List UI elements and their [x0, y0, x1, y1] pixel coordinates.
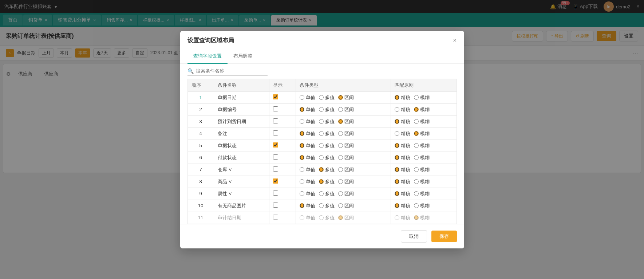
type-range-label[interactable]: 区间 — [338, 118, 354, 125]
match-exact-radio[interactable] — [395, 143, 399, 148]
match-exact-label[interactable]: 精确 — [395, 130, 410, 137]
match-exact-radio[interactable] — [395, 107, 399, 112]
table-row: 4 备注 单值 多值 区间 精确 — [187, 127, 457, 140]
display-checkbox[interactable] — [273, 106, 278, 111]
match-exact-radio[interactable] — [395, 119, 399, 124]
type-range-radio[interactable] — [338, 167, 343, 172]
type-single-radio[interactable] — [300, 155, 304, 160]
match-exact-radio[interactable] — [395, 167, 399, 172]
search-input[interactable] — [196, 68, 261, 74]
dialog-tab-fields[interactable]: 查询字段设置 — [187, 49, 228, 64]
match-exact-label[interactable]: 精确 — [395, 154, 410, 161]
th-order: 顺序 — [187, 79, 214, 91]
type-multi-label[interactable]: 多值 — [319, 130, 335, 137]
type-range-radio[interactable] — [338, 119, 343, 124]
type-range-radio[interactable] — [338, 95, 343, 100]
display-checkbox[interactable] — [273, 94, 278, 99]
type-range-label[interactable]: 区间 — [338, 166, 354, 173]
match-fuzzy-radio[interactable] — [414, 107, 419, 112]
match-fuzzy-radio[interactable] — [414, 95, 419, 100]
dialog-header: 设置查询区域布局 × — [180, 31, 464, 49]
type-single-radio[interactable] — [300, 107, 304, 112]
type-multi-label[interactable]: 多值 — [319, 166, 335, 173]
table-row: 8 商品 ∨ 单值 多值 区间 精确 — [187, 176, 457, 176]
row-name: 仓库 ∨ — [214, 164, 269, 176]
row-display[interactable] — [269, 164, 296, 176]
display-checkbox[interactable] — [273, 130, 278, 135]
match-exact-label[interactable]: 精确 — [395, 94, 410, 101]
type-single-label[interactable]: 单值 — [300, 154, 315, 161]
match-fuzzy-label[interactable]: 模糊 — [414, 94, 430, 101]
type-single-radio[interactable] — [300, 143, 304, 148]
dialog-tabs: 查询字段设置 布局调整 — [180, 49, 464, 64]
row-display[interactable] — [269, 140, 296, 152]
display-checkbox[interactable] — [273, 142, 278, 148]
match-fuzzy-radio[interactable] — [414, 119, 419, 124]
dialog-close-btn[interactable]: × — [453, 37, 457, 44]
row-display[interactable] — [269, 91, 296, 103]
type-single-radio[interactable] — [300, 119, 304, 124]
row-display[interactable] — [269, 152, 296, 164]
match-exact-label[interactable]: 精确 — [395, 106, 410, 113]
th-match: 匹配原则 — [391, 79, 457, 91]
match-exact-radio[interactable] — [395, 131, 399, 136]
match-exact-radio[interactable] — [395, 155, 399, 160]
type-single-label[interactable]: 单值 — [300, 118, 315, 125]
display-checkbox[interactable] — [273, 154, 278, 160]
type-range-label[interactable]: 区间 — [338, 142, 354, 149]
row-name: 单据编号 — [214, 103, 269, 115]
type-range-label[interactable]: 区间 — [338, 94, 354, 101]
type-range-radio[interactable] — [338, 107, 343, 112]
type-range-radio[interactable] — [338, 143, 343, 148]
type-single-radio[interactable] — [300, 167, 304, 172]
type-multi-radio[interactable] — [319, 119, 324, 124]
display-checkbox[interactable] — [273, 166, 278, 172]
type-multi-radio[interactable] — [319, 95, 324, 100]
type-single-label[interactable]: 单值 — [300, 130, 315, 137]
match-fuzzy-label[interactable]: 模糊 — [414, 106, 430, 113]
type-single-radio[interactable] — [300, 131, 304, 136]
type-multi-label[interactable]: 多值 — [319, 106, 335, 113]
type-multi-label[interactable]: 多值 — [319, 94, 335, 101]
row-display[interactable] — [269, 127, 296, 140]
type-single-label[interactable]: 单值 — [300, 166, 315, 173]
type-range-label[interactable]: 区间 — [338, 106, 354, 113]
type-range-radio[interactable] — [338, 155, 343, 160]
type-single-radio[interactable] — [300, 95, 304, 100]
match-fuzzy-label[interactable]: 模糊 — [414, 166, 430, 173]
type-multi-label[interactable]: 多值 — [319, 142, 335, 149]
type-range-label[interactable]: 区间 — [338, 154, 354, 161]
dialog-table-wrap: 顺序 条件名称 显示 条件类型 匹配原则 1 单据日期 — [180, 79, 464, 176]
type-multi-radio[interactable] — [319, 143, 324, 148]
match-fuzzy-label[interactable]: 模糊 — [414, 154, 430, 161]
type-single-label[interactable]: 单值 — [300, 142, 315, 149]
match-fuzzy-label[interactable]: 模糊 — [414, 118, 430, 125]
match-fuzzy-radio[interactable] — [414, 167, 419, 172]
type-range-label[interactable]: 区间 — [338, 130, 354, 137]
match-fuzzy-radio[interactable] — [414, 131, 419, 136]
row-display[interactable] — [269, 115, 296, 127]
match-exact-label[interactable]: 精确 — [395, 118, 410, 125]
type-single-label[interactable]: 单值 — [300, 94, 315, 101]
row-display[interactable] — [269, 176, 296, 176]
type-multi-radio[interactable] — [319, 131, 324, 136]
type-multi-label[interactable]: 多值 — [319, 154, 335, 161]
type-multi-radio[interactable] — [319, 155, 324, 160]
type-multi-radio[interactable] — [319, 107, 324, 112]
type-single-label[interactable]: 单值 — [300, 106, 315, 113]
display-checkbox[interactable] — [273, 118, 278, 123]
row-name: 单据日期 — [214, 91, 269, 103]
type-multi-radio[interactable] — [319, 167, 324, 172]
match-fuzzy-label[interactable]: 模糊 — [414, 130, 430, 137]
type-range-radio[interactable] — [338, 131, 343, 136]
match-fuzzy-radio[interactable] — [414, 155, 419, 160]
dialog-tab-layout[interactable]: 布局调整 — [228, 49, 258, 64]
row-display[interactable] — [269, 103, 296, 115]
type-multi-label[interactable]: 多值 — [319, 118, 335, 125]
row-type: 单值 多值 区间 — [296, 176, 391, 176]
match-exact-radio[interactable] — [395, 95, 399, 100]
match-exact-label[interactable]: 精确 — [395, 142, 410, 149]
match-exact-label[interactable]: 精确 — [395, 166, 410, 173]
match-fuzzy-radio[interactable] — [414, 143, 419, 148]
match-fuzzy-label[interactable]: 模糊 — [414, 142, 430, 149]
